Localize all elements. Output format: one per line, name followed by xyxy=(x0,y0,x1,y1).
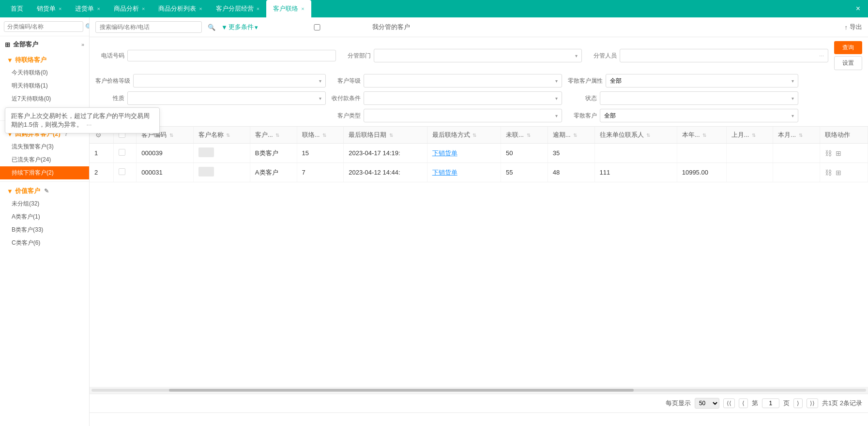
payment-select[interactable]: ▾ xyxy=(364,91,562,105)
overdue-sort-icon[interactable]: ⇅ xyxy=(573,132,577,138)
my-customers-checkbox[interactable] xyxy=(264,24,370,30)
status-select[interactable]: ▾ xyxy=(600,91,798,105)
row2-action-grid-icon[interactable]: ⊞ xyxy=(836,169,841,176)
sidebar-search-input[interactable] xyxy=(4,21,83,32)
row2-select-checkbox[interactable] xyxy=(119,168,125,175)
year-sort-icon[interactable]: ⇅ xyxy=(702,132,706,138)
code-sort-icon[interactable]: ⇅ xyxy=(169,132,173,138)
row1-method-link[interactable]: 下销货单 xyxy=(432,149,457,157)
nature-arrow-icon: ▾ xyxy=(319,96,321,101)
sidebar-item-declining[interactable]: 持续下滑客户(2) xyxy=(0,166,89,179)
price-level-select[interactable]: ▾ xyxy=(133,74,326,88)
row1-contact: 15 xyxy=(297,144,344,163)
nav-product-analysis-list[interactable]: 商品分析列表 × xyxy=(152,0,209,17)
nav-customer-segmentation-close[interactable]: × xyxy=(257,0,259,17)
row2-contact: 7 xyxy=(297,163,344,182)
row1-action-link-icon[interactable]: ⛓ xyxy=(825,149,832,157)
filter-retail-customer: 零散客户 全部 ▾ xyxy=(568,109,798,122)
name-sort-icon[interactable]: ⇅ xyxy=(226,132,230,138)
nav-sales-order[interactable]: 销货单 × xyxy=(30,0,68,17)
nav-customer-contact[interactable]: 客户联络 × xyxy=(266,0,311,17)
sidebar-item-b-class[interactable]: B类客户(33) xyxy=(0,223,89,236)
total-label: 共1页 2条记录 xyxy=(822,399,862,408)
row1-overdue: 35 xyxy=(548,144,594,163)
more-conditions-btn[interactable]: ▼ 更多条件 ▾ xyxy=(221,23,258,31)
sidebar-item-today[interactable]: 今天待联络(0) xyxy=(0,66,89,79)
edit-icon[interactable]: ✎ xyxy=(44,188,49,194)
partner-sort-icon[interactable]: ⇅ xyxy=(646,132,650,138)
filter-payment: 收付款条件 ▾ xyxy=(332,91,562,105)
row2-last-date: 2023-04-12 14:44: xyxy=(344,163,427,182)
last-page-btn[interactable]: ⟩⟩ xyxy=(807,398,818,408)
sidebar-collapse-btn[interactable]: » xyxy=(81,42,84,47)
export-button[interactable]: ↑ 导出 xyxy=(845,23,863,31)
nav-product-analysis[interactable]: 商品分析 × xyxy=(107,0,152,17)
query-button[interactable]: 查询 xyxy=(834,41,862,54)
prev-page-btn[interactable]: ⟨ xyxy=(739,398,748,408)
settings-button[interactable]: 设置 xyxy=(834,56,862,70)
filter-row-3: 性质 ▾ 收付款条件 ▾ 状态 ▾ xyxy=(95,91,862,105)
row1-select-checkbox[interactable] xyxy=(119,149,125,156)
next-page-btn[interactable]: ⟩ xyxy=(793,398,803,408)
this-month-sort-icon[interactable]: ⇅ xyxy=(799,132,803,138)
sidebar-item-tomorrow[interactable]: 明天待联络(1) xyxy=(0,79,89,92)
page-number-input[interactable] xyxy=(762,398,779,408)
sidebar-item-c-class[interactable]: C类客户(6) xyxy=(0,236,89,250)
export-icon: ↑ xyxy=(845,24,848,31)
last-month-sort-icon[interactable]: ⇅ xyxy=(752,132,756,138)
nav-purchase-order-close[interactable]: × xyxy=(97,0,100,17)
row1-action-grid-icon[interactable]: ⊞ xyxy=(836,149,841,157)
sidebar-item-7days[interactable]: 近7天待联络(0) xyxy=(0,92,89,105)
row2-year-amount: 10995.00 xyxy=(677,163,726,182)
nav-customer-segmentation[interactable]: 客户分层经营 × xyxy=(209,0,266,17)
retail-attr-select[interactable]: 全部 ▾ xyxy=(606,74,798,88)
horizontal-scrollbar[interactable] xyxy=(90,387,868,394)
phone-input[interactable] xyxy=(127,50,336,61)
person-more-icon: ··· xyxy=(819,52,824,59)
filter-search-icon[interactable]: 🔍 xyxy=(208,24,215,31)
page-label: 第 xyxy=(752,399,758,408)
dept-select[interactable]: ▾ xyxy=(374,49,582,62)
retail-customer-select[interactable]: 全部 ▾ xyxy=(600,109,798,122)
row2-customer-type: A类客户 xyxy=(250,163,297,182)
row2-method-link[interactable]: 下销货单 xyxy=(432,169,457,176)
first-page-btn[interactable]: ⟨⟨ xyxy=(723,398,735,408)
customer-level-arrow-icon: ▾ xyxy=(555,78,558,84)
row2-last-month xyxy=(726,163,773,182)
row1-last-method: 下销货单 xyxy=(427,144,501,163)
close-all-button[interactable]: × xyxy=(852,4,864,13)
nav-sales-order-close[interactable]: × xyxy=(59,0,61,17)
nav-product-analysis-close[interactable]: × xyxy=(142,0,145,17)
nav-purchase-order[interactable]: 进货单 × xyxy=(68,0,107,17)
search-input[interactable] xyxy=(95,21,202,33)
row2-last-method: 下销货单 xyxy=(427,163,501,182)
col-contact-count: 联络... ⇅ xyxy=(297,127,344,144)
sidebar-item-ungroup[interactable]: 未分组(32) xyxy=(0,197,89,210)
method-sort-icon[interactable]: ⇅ xyxy=(472,132,476,138)
row2-code: 000031 xyxy=(137,163,193,182)
type-sort-icon[interactable]: ⇅ xyxy=(275,132,279,138)
value-customer-group: ▼ 价值客户 ✎ xyxy=(0,184,89,197)
row1-code: 000039 xyxy=(137,144,193,163)
sidebar-item-churn-warning[interactable]: 流失预警客户(3) xyxy=(0,140,89,153)
customer-level-select[interactable]: ▾ xyxy=(364,74,562,88)
date-sort-icon[interactable]: ⇅ xyxy=(389,132,393,138)
uncontacted-sort-icon[interactable]: ⇅ xyxy=(527,132,531,138)
per-page-select[interactable]: 50 100 200 xyxy=(695,398,719,409)
scroll-thumb[interactable] xyxy=(169,389,634,392)
sidebar-search-icon[interactable]: 🔍 xyxy=(85,23,90,30)
my-customers-checkbox-label[interactable]: 我分管的客户 xyxy=(264,23,410,31)
nav-home[interactable]: 首页 xyxy=(4,0,30,17)
row2-action-link-icon[interactable]: ⛓ xyxy=(825,169,832,176)
contact-sort-icon[interactable]: ⇅ xyxy=(322,132,326,138)
tooltip-more-icon[interactable]: ··· xyxy=(86,121,90,128)
sidebar-item-a-class[interactable]: A类客户(1) xyxy=(0,210,89,223)
nav-customer-contact-close[interactable]: × xyxy=(301,0,304,17)
customer-type-select[interactable]: ▾ xyxy=(364,109,562,122)
nature-select[interactable]: ▾ xyxy=(127,91,326,105)
person-select[interactable]: ··· xyxy=(620,49,828,62)
col-uncontacted: 未联... ⇅ xyxy=(501,127,548,144)
nav-product-analysis-list-close[interactable]: × xyxy=(199,0,202,17)
sidebar-item-churned[interactable]: 已流失客户(24) xyxy=(0,153,89,166)
row1-partner-contact xyxy=(594,144,677,163)
